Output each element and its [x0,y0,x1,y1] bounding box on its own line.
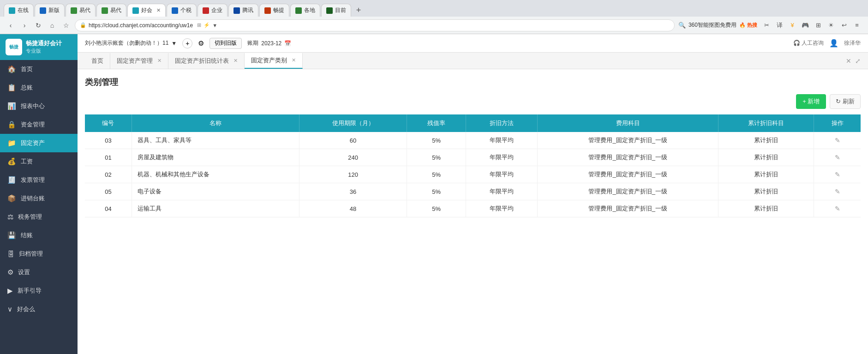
row-id: 04 [85,200,132,217]
row-action[interactable]: ✎ [814,132,861,149]
row-period: 120 [299,166,407,183]
app-header: 刘小艳演示账套（勿删勿动！）11 ▼ + ⚙ 切到旧版 账期 2023-12 📅… [78,34,868,53]
sidebar-item-funds[interactable]: 🔒资金管理 [0,115,78,134]
translate-icon[interactable]: 译 [774,20,785,31]
browser-tab-tab8[interactable]: 腾讯 [228,4,258,17]
calendar-icon[interactable]: 📅 [284,40,291,47]
browser-tab-tab6[interactable]: 个税 [167,4,197,17]
scissors-icon[interactable]: ✂ [761,20,772,31]
url-text: https://cloud.chanjet.com/accounting/uw1… [89,22,193,29]
bookmark-button[interactable]: ☆ [61,20,71,30]
table-header-cell: 名称 [132,114,299,132]
row-name: 电子设备 [132,183,299,200]
browser-tab-tab3[interactable]: 易代 [66,4,96,17]
switch-version-button[interactable]: 切到旧版 [210,38,242,49]
sidebar-item-label: 工资 [21,157,33,166]
page-tab-close[interactable]: ✕ [233,58,238,64]
dropdown-chevron[interactable]: ▼ [171,40,177,47]
page-tab-close[interactable]: ✕ [292,57,296,63]
grid-icon[interactable]: ⊞ [813,20,824,31]
table-row: 04运输工具485%年限平均管理费用_固定资产折旧_一级累计折旧✎ [85,200,861,217]
browser-tab-tab5[interactable]: 好会✕ [127,4,166,17]
sidebar-item-fixed-assets[interactable]: 📁固定资产 [0,134,78,152]
brightness-icon[interactable]: ☀ [826,20,837,31]
row-action[interactable]: ✎ [814,183,861,200]
sidebar-item-invoice[interactable]: 🧾发票管理 [0,171,78,189]
page-tab-close[interactable]: ✕ [157,58,162,64]
sidebar-item-inventory[interactable]: 📦进销台账 [0,189,78,208]
browser-tab-tab11[interactable]: 目前 [321,4,351,17]
right-area: 刘小艳演示账套（勿删勿动！）11 ▼ + ⚙ 切到旧版 账期 2023-12 📅… [78,34,868,354]
row-name: 房屋及建筑物 [132,149,299,166]
sidebar-item-settings[interactable]: ⚙设置 [0,263,78,282]
sidebar-nav: 🏠首页📋总账📊报表中心🔒资金管理📁固定资产💰工资🧾发票管理📦进销台账⚖税务管理💾… [0,60,78,318]
add-category-button[interactable]: + 新增 [796,94,826,109]
edit-icon[interactable]: ✎ [835,154,840,161]
sidebar-item-payroll[interactable]: 💰工资 [0,152,78,171]
row-depreciation-method: 年限平均 [466,200,538,217]
search-placeholder: 360智能抠图免费用 [688,21,736,29]
refresh-button[interactable]: ↻ 刷新 [830,94,861,109]
category-table: 编号名称使用期限（月）残值率折旧方法费用科目累计折旧科目操作 03器具、工具、家… [85,114,861,217]
hot-badge[interactable]: 🔥 热搜 [739,22,757,29]
sidebar-item-tax[interactable]: ⚖税务管理 [0,208,78,226]
new-tab-button[interactable]: + [352,4,365,17]
sidebar-title: 畅捷通好会计 [26,40,62,48]
browser-tab-tab1[interactable]: 在线 [4,4,34,17]
edit-icon[interactable]: ✎ [835,205,840,212]
settings-gear-icon[interactable]: ⚙ [198,39,204,48]
home-button[interactable]: ⌂ [47,20,57,30]
undo-icon[interactable]: ↩ [838,20,850,31]
yuan-icon[interactable]: ¥ [787,20,798,31]
sidebar-item-guide[interactable]: ▶新手引导 [0,282,78,300]
edit-icon[interactable]: ✎ [835,188,840,195]
browser-chrome: 在线新版易代易代好会✕个税企业腾讯畅提各地目前 + ‹ › ↻ ⌂ ☆ 🔒 ht… [0,0,868,34]
row-action[interactable]: ✎ [814,149,861,166]
page-tab-home[interactable]: 首页 [85,53,110,69]
browser-tab-tab4[interactable]: 易代 [96,4,126,17]
sidebar-item-archive[interactable]: 🗄归档管理 [0,245,78,263]
row-name: 机器、机械和其他生产设备 [132,166,299,183]
support-label[interactable]: 🎧 人工咨询 [793,39,824,47]
edit-icon[interactable]: ✎ [835,171,840,178]
maximize-icon[interactable]: ⤢ [855,57,861,65]
url-bar[interactable]: 🔒 https://cloud.chanjet.com/accounting/u… [75,19,675,31]
row-residual-rate: 5% [407,132,466,149]
home-icon: 🏠 [7,65,16,73]
row-name: 器具、工具、家具等 [132,132,299,149]
fixed-assets-icon: 📁 [7,139,16,147]
tax-icon: ⚖ [7,213,13,221]
add-btn[interactable]: + [182,38,192,48]
close-window-icon[interactable]: ✕ [846,57,851,65]
game-icon[interactable]: 🎮 [800,20,811,31]
browser-tab-tab7[interactable]: 企业 [198,4,227,17]
browser-tab-tab10[interactable]: 各地 [290,4,320,17]
row-residual-rate: 5% [407,200,466,217]
table-header-cell: 操作 [814,114,861,132]
app-layout: 畅捷 畅捷通好会计 专业版 🏠首页📋总账📊报表中心🔒资金管理📁固定资产💰工资🧾发… [0,34,868,354]
table-header-cell: 编号 [85,114,132,132]
refresh-button[interactable]: ↻ [33,20,43,30]
sidebar-item-reports[interactable]: 📊报表中心 [0,97,78,115]
sidebar-item-closing[interactable]: 💾结账 [0,226,78,245]
table-header-cell: 使用期限（月） [299,114,407,132]
row-accumulated-subject: 累计折旧 [718,183,814,200]
sidebar-item-more[interactable]: ∨好会么 [0,300,78,318]
edit-icon[interactable]: ✎ [835,137,840,144]
forward-button[interactable]: › [19,20,30,30]
section-title: 类别管理 [85,77,861,88]
page-tab-asset-depreciation[interactable]: 固定资产折旧统计表✕ [168,53,245,69]
dropdown-icon[interactable]: ▼ [212,23,217,28]
browser-tab-tab2[interactable]: 新版 [35,4,65,17]
page-tab-asset-category[interactable]: 固定资产类别✕ [245,53,303,69]
row-action[interactable]: ✎ [814,166,861,183]
row-action[interactable]: ✎ [814,200,861,217]
back-button[interactable]: ‹ [6,20,16,30]
sidebar-item-ledger[interactable]: 📋总账 [0,78,78,97]
sidebar-item-home[interactable]: 🏠首页 [0,60,78,78]
table-header-cell: 累计折旧科目 [718,114,814,132]
menu-icon[interactable]: ≡ [851,20,862,31]
page-tab-asset-mgmt[interactable]: 固定资产管理✕ [110,53,168,69]
ledger-icon: 📋 [7,84,16,92]
browser-tab-tab9[interactable]: 畅提 [259,4,289,17]
